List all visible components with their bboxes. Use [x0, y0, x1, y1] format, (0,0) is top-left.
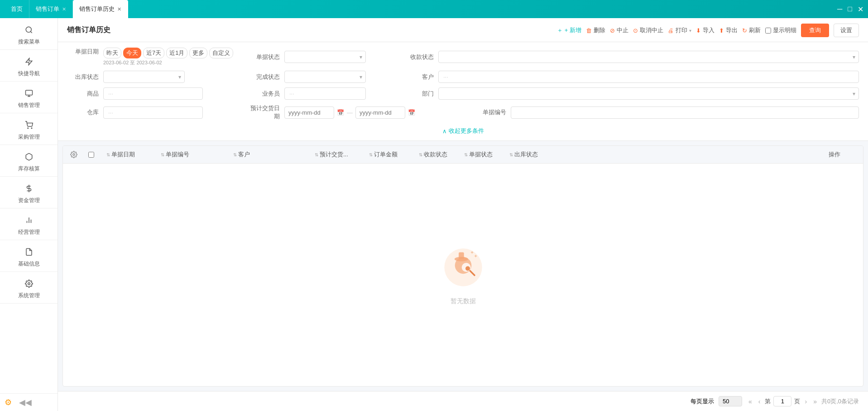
close-tab-sales-order[interactable]: ✕ — [62, 6, 66, 12]
col-header-customer: ⇅ 客户 — [233, 150, 315, 159]
date-btn-more[interactable]: 更多 — [189, 48, 207, 58]
table-header: ⇅ 单据日期 ⇅ 单据编号 ⇅ 客户 ⇅ 预计交货... ⇅ 订单金额 — [63, 146, 863, 164]
export-button[interactable]: ⬆ 导出 — [719, 26, 738, 34]
filter-row-3: 商品 ··· 业务员 ··· 部门 — [67, 87, 859, 100]
sort-icon-num: ⇅ — [161, 152, 164, 157]
col-header-amount: ⇅ 订单金额 — [369, 150, 419, 159]
maximize-icon[interactable]: □ — [848, 5, 852, 13]
date-btn-today[interactable]: 今天 — [123, 48, 141, 58]
sidebar-item-inventory[interactable]: 库存核算 — [0, 145, 58, 177]
next-page-btn[interactable]: › — [803, 397, 809, 406]
svg-rect-20 — [459, 252, 464, 259]
purchase-icon — [23, 119, 35, 131]
col-header-status: ⇅ 单据状态 — [464, 150, 509, 159]
empty-state: ✦ ✦ 暂无数据 — [63, 164, 863, 386]
date-quick-buttons: 昨天 今天 近7天 近1月 更多 自定义 — [103, 48, 233, 58]
first-page-btn[interactable]: « — [747, 397, 754, 406]
system-icon — [23, 277, 35, 290]
sidebar-item-system[interactable]: 系统管理 — [0, 272, 58, 304]
stop-button[interactable]: ⊘ 中止 — [610, 26, 628, 34]
collapse-icon: ∧ — [442, 128, 447, 135]
per-page-label: 每页显示 — [691, 397, 714, 406]
tab-sales-order-history[interactable]: 销售订单历史 ✕ — [73, 0, 128, 18]
cancel-stop-button[interactable]: ⊙ 取消中止 — [633, 26, 663, 34]
new-button[interactable]: ＋ + 新增 — [557, 26, 581, 34]
page-title: 销售订单历史 — [67, 25, 110, 40]
sidebar-item-finance[interactable]: 资金管理 — [0, 177, 58, 208]
date-range: 2023-06-02 至 2023-06-02 — [103, 59, 233, 66]
svg-rect-3 — [25, 90, 32, 95]
print-dropdown-icon: ▾ — [689, 28, 691, 33]
table-settings[interactable] — [70, 151, 88, 158]
tab-sales-order[interactable]: 销售订单 ✕ — [29, 0, 73, 18]
import-button[interactable]: ⬇ 导入 — [696, 26, 715, 34]
sales-icon — [23, 87, 35, 100]
out-status-select[interactable] — [103, 71, 185, 83]
close-window-icon[interactable]: ✕ — [858, 5, 863, 14]
refresh-button[interactable]: ↻ 刷新 — [742, 26, 761, 34]
refresh-icon: ↻ — [742, 27, 747, 34]
date-btn-7days[interactable]: 近7天 — [143, 48, 164, 58]
settings-button[interactable]: 设置 — [834, 24, 859, 37]
col-header-action: 操作 — [829, 150, 856, 159]
per-page-select[interactable]: 50 10 20 100 — [719, 396, 742, 406]
sidebar-item-basic[interactable]: 基础信息 — [0, 240, 58, 272]
date-btn-yesterday[interactable]: 昨天 — [103, 48, 121, 58]
goods-label: 商品 — [67, 90, 103, 98]
sidebar-item-operations[interactable]: 经营管理 — [0, 208, 58, 240]
bill-number-input[interactable] — [511, 106, 859, 119]
window-controls: ─ □ ✕ — [837, 5, 863, 14]
page-input[interactable] — [773, 396, 791, 406]
print-icon: 🖨 — [668, 27, 674, 34]
sort-icon-status: ⇅ — [464, 152, 468, 157]
select-all-checkbox[interactable] — [88, 152, 106, 158]
filter-row-2: 出库状态 完成状态 客户 — [67, 71, 859, 83]
content-area: 销售订单历史 ＋ + 新增 🗑 删除 ⊘ 中止 ⊙ 取消中止 — [58, 18, 868, 411]
svg-point-12 — [28, 283, 30, 285]
collapse-row[interactable]: ∧ 收起更多条件 — [67, 125, 859, 135]
query-button[interactable]: 查询 — [801, 24, 829, 37]
sidebar-item-quicknav[interactable]: 快捷导航 — [0, 50, 58, 82]
sort-icon-date: ⇅ — [106, 152, 110, 157]
filter-section: 单据日期 昨天 今天 近7天 近1月 更多 自定义 2023-06-02 至 2… — [58, 42, 868, 141]
close-tab-sales-order-history[interactable]: ✕ — [117, 6, 121, 12]
delivery-date-start[interactable] — [284, 106, 334, 119]
delivery-date-range: 📅 — 📅 — [284, 106, 415, 119]
date-btn-custom[interactable]: 自定义 — [209, 48, 233, 58]
bill-status-select[interactable] — [284, 51, 366, 63]
goods-input[interactable]: ··· — [103, 87, 203, 100]
sidebar-item-sales[interactable]: 销售管理 — [0, 82, 58, 113]
calendar-icon-start[interactable]: 📅 — [337, 109, 344, 116]
sort-icon-customer: ⇅ — [233, 152, 237, 157]
warehouse-input[interactable]: ··· — [103, 106, 203, 119]
display-detail-checkbox[interactable]: 显示明细 — [765, 26, 796, 34]
sidebar-item-search[interactable]: 搜索菜单 — [0, 18, 58, 50]
salesperson-input[interactable]: ··· — [284, 87, 366, 100]
last-page-btn[interactable]: » — [811, 397, 819, 406]
sort-icon-payment: ⇅ — [419, 152, 422, 157]
date-btn-1month[interactable]: 近1月 — [166, 48, 187, 58]
complete-status-select[interactable] — [284, 71, 366, 83]
delivery-date-label: 预计交货日期 — [248, 104, 284, 121]
prev-page-btn[interactable]: ‹ — [757, 397, 762, 406]
sort-icon-outstatus: ⇅ — [509, 152, 513, 157]
toolbar: ＋ + 新增 🗑 删除 ⊘ 中止 ⊙ 取消中止 🖨 打印 — [557, 24, 859, 42]
tab-home[interactable]: 首页 — [5, 0, 29, 18]
delivery-date-end[interactable] — [355, 106, 405, 119]
delete-icon: 🗑 — [586, 27, 592, 34]
print-button[interactable]: 🖨 打印 ▾ — [668, 26, 691, 34]
minimize-icon[interactable]: ─ — [837, 5, 842, 13]
delete-button[interactable]: 🗑 删除 — [586, 26, 605, 34]
col-header-outstatus: ⇅ 出库状态 — [509, 150, 555, 159]
payment-status-select[interactable] — [438, 51, 859, 63]
sidebar-settings-icon[interactable]: ⚙ — [5, 397, 12, 407]
calendar-icon-end[interactable]: 📅 — [408, 109, 415, 116]
sort-icon-delivery: ⇅ — [315, 152, 318, 157]
import-icon: ⬇ — [696, 27, 701, 34]
payment-status-label: 收款状态 — [402, 53, 438, 61]
customer-input[interactable]: ··· — [438, 71, 859, 83]
sidebar-collapse-icon[interactable]: ◀◀ — [19, 397, 32, 407]
dept-select[interactable] — [438, 87, 859, 100]
sidebar-item-purchase[interactable]: 采购管理 — [0, 113, 58, 145]
per-page-wrapper: 50 10 20 100 — [719, 396, 742, 406]
